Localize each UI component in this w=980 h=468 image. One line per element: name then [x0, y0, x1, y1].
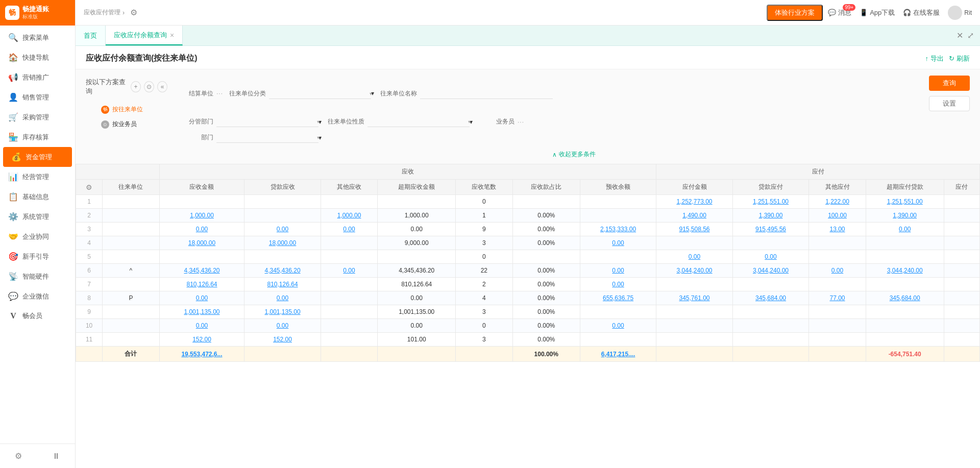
sidebar-item-search-menu[interactable]: 🔍 搜索菜单 [0, 28, 75, 47]
query-button[interactable]: 查询 [929, 76, 970, 91]
table-cell[interactable]: 345,684.00 [732, 291, 808, 305]
salesperson-dots[interactable]: ··· [518, 118, 524, 126]
table-cell[interactable]: 18,000.00 [159, 236, 244, 250]
table-cell[interactable]: 1,001,135.00 [159, 305, 244, 319]
export-btn[interactable]: ↑ 导出 [925, 54, 944, 63]
table-cell[interactable]: 915,508.56 [656, 223, 732, 236]
messages-btn[interactable]: 💬 消息 99+ [828, 8, 851, 17]
table-cell[interactable]: 4,345,436.20 [244, 264, 321, 278]
sidebar-item-member[interactable]: V 畅会员 [0, 306, 75, 326]
partner-name-input[interactable] [420, 88, 553, 99]
table-cell[interactable]: 1,490.00 [656, 209, 732, 223]
settlement-unit-dots[interactable]: ··· [216, 90, 223, 97]
table-cell[interactable]: 0.00 [159, 291, 244, 305]
table-cell[interactable]: 18,000.00 [244, 236, 321, 250]
table-cell[interactable]: 0.00 [580, 278, 656, 291]
table-cell[interactable]: 810,126.64 [244, 278, 321, 291]
table-cell[interactable]: 1,390.00 [866, 209, 944, 223]
table-cell[interactable]: 3,044,240.00 [866, 264, 944, 278]
table-cell[interactable]: 0.00 [656, 250, 732, 264]
table-cell[interactable]: 77.00 [809, 291, 866, 305]
table-cell: P [103, 291, 160, 305]
table-cell[interactable]: 345,761.00 [656, 291, 732, 305]
table-cell[interactable]: 100.00 [809, 209, 866, 223]
table-cell[interactable]: 0.00 [159, 223, 244, 236]
table-cell[interactable]: 13.00 [809, 223, 866, 236]
table-cell[interactable]: 0.00 [732, 250, 808, 264]
table-cell[interactable]: 0.00 [244, 223, 321, 236]
tab-close-icon[interactable]: × [170, 31, 174, 39]
table-cell[interactable]: 810,126.64 [159, 278, 244, 291]
table-cell[interactable]: 1,001,135.00 [244, 305, 321, 319]
sidebar-item-smart-hardware[interactable]: 📡 智能硬件 [0, 266, 75, 286]
scheme-by-salesperson[interactable]: ⊙ 按业务员 [96, 118, 167, 131]
app-download-btn[interactable]: 📱 App下载 [860, 8, 895, 17]
table-cell[interactable]: 1,252,773.00 [656, 195, 732, 209]
table-cell[interactable]: 345,684.00 [866, 291, 944, 305]
footer-ap-prepaid[interactable]: 6,417,215.... [580, 347, 656, 362]
table-cell[interactable]: 0.00 [866, 223, 944, 236]
tab-ar-ap-query[interactable]: 应收应付余额查询 × [106, 26, 183, 45]
sidebar-settings-btn[interactable]: ⚙ [10, 448, 27, 464]
table-settings-icon[interactable]: ⚙ [86, 183, 92, 191]
table-cell[interactable]: 0.00 [244, 319, 321, 333]
sidebar-collapse-btn[interactable]: ⏸ [47, 449, 65, 464]
table-cell[interactable]: 3,044,240.00 [656, 264, 732, 278]
table-cell[interactable]: 3,044,240.00 [732, 264, 808, 278]
add-scheme-btn[interactable]: + [131, 81, 141, 92]
sidebar-item-operations[interactable]: 📊 经营管理 [0, 167, 75, 187]
table-cell[interactable]: 655,636.75 [580, 291, 656, 305]
partner-category-input[interactable] [269, 88, 371, 99]
table-cell [159, 195, 244, 209]
topbar-gear-btn[interactable]: ⚙ [127, 6, 141, 20]
table-cell[interactable]: 1,222.00 [809, 195, 866, 209]
sidebar-item-enterprise-wechat[interactable]: 💬 企业微信 [0, 286, 75, 306]
table-cell[interactable]: 1,251,551.00 [866, 195, 944, 209]
table-cell[interactable]: 0.00 [159, 319, 244, 333]
tab-home[interactable]: 首页 [76, 26, 106, 45]
table-cell[interactable]: 0.00 [321, 264, 378, 278]
footer-ar-total[interactable]: 19,553,472,6... [159, 347, 244, 362]
scheme-by-partner[interactable]: 畅 按往来单位 [96, 103, 167, 116]
sidebar-item-quick-nav[interactable]: 🏠 快捷导航 [0, 47, 75, 67]
table-cell[interactable]: 1,390.00 [732, 209, 808, 223]
table-cell [866, 333, 944, 347]
table-cell[interactable]: 0.00 [244, 291, 321, 305]
table-cell[interactable]: 0.00 [321, 223, 378, 236]
tab-close-all-btn[interactable]: ✕ [957, 31, 963, 40]
promo-button[interactable]: 体验行业方案 [767, 5, 823, 21]
sidebar-item-finance[interactable]: 💰 资金管理 [3, 147, 72, 167]
sidebar-item-beginner[interactable]: 🎯 新手引导 [0, 247, 75, 266]
table-cell[interactable]: 4,345,436.20 [159, 264, 244, 278]
table-cell[interactable]: 0.00 [580, 236, 656, 250]
sidebar-item-sales[interactable]: 👤 销售管理 [0, 87, 75, 107]
table-cell[interactable]: 152.00 [159, 333, 244, 347]
collapse-scheme-btn[interactable]: « [157, 81, 167, 92]
partner-nature-input[interactable] [368, 116, 470, 127]
table-cell[interactable]: 0.00 [809, 264, 866, 278]
table-cell[interactable]: 1,000.00 [159, 209, 244, 223]
table-cell[interactable]: 915,495.56 [732, 223, 808, 236]
user-avatar-area[interactable]: Rit [948, 6, 972, 20]
sidebar-item-enterprise-collab[interactable]: 🤝 企业协同 [0, 227, 75, 247]
sidebar-item-basic-info[interactable]: 📋 基础信息 [0, 187, 75, 207]
tab-expand-btn[interactable]: ⤢ [967, 31, 974, 40]
department-input[interactable] [216, 132, 318, 143]
table-cell[interactable]: 152.00 [244, 333, 321, 347]
sidebar-item-inventory[interactable]: 🏪 库存核算 [0, 127, 75, 147]
setting-button[interactable]: 设置 [929, 96, 970, 111]
table-cell[interactable]: 1,251,551.00 [732, 195, 808, 209]
refresh-btn[interactable]: ↻ 刷新 [949, 54, 970, 63]
table-cell[interactable]: 0.00 [580, 319, 656, 333]
sidebar-item-purchase[interactable]: 🛒 采购管理 [0, 107, 75, 127]
table-cell[interactable]: 2,153,333.00 [580, 223, 656, 236]
online-service-btn[interactable]: 🎧 在线客服 [903, 8, 940, 17]
sidebar-item-system[interactable]: ⚙️ 系统管理 [0, 207, 75, 227]
table-cell[interactable]: 1,000.00 [321, 209, 378, 223]
branch-dept-input[interactable] [216, 116, 318, 127]
collapse-more-btn[interactable]: ∧ 收起更多条件 [178, 148, 970, 161]
sidebar-item-marketing[interactable]: 📢 营销推广 [0, 67, 75, 87]
table-cell[interactable]: 0.00 [580, 264, 656, 278]
col-settings[interactable]: ⚙ [76, 180, 103, 195]
edit-scheme-btn[interactable]: ⊙ [144, 81, 154, 92]
